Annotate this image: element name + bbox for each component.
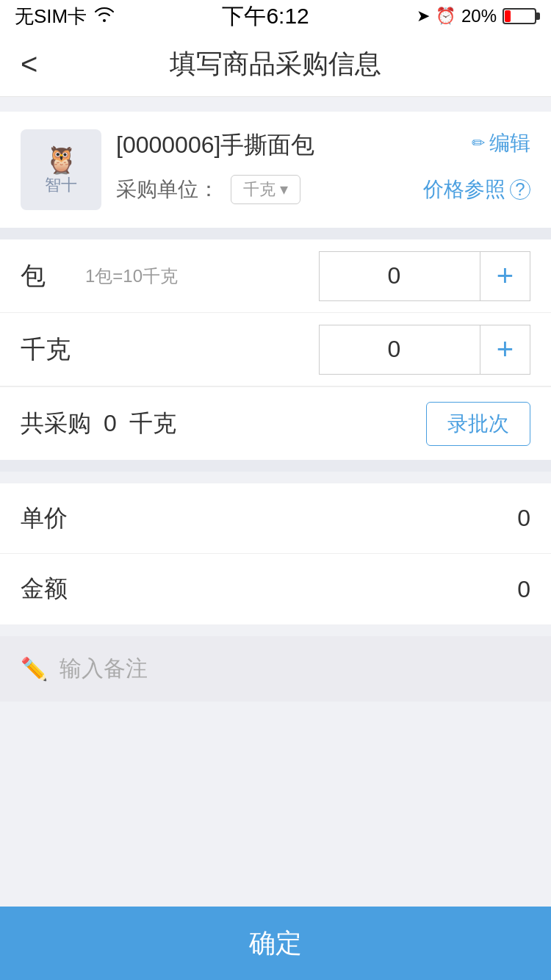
carrier-text: 无SIM卡 — [15, 4, 87, 29]
kg-label: 千克 — [21, 333, 79, 367]
nav-bar: < 填写商品采购信息 — [0, 32, 551, 97]
kg-input-row: 千克 + — [0, 313, 551, 386]
input-section: 包 1包=10千克 + 千克 + — [0, 239, 551, 386]
battery-percent: 20% — [461, 6, 497, 26]
confirm-button[interactable]: 确定 — [0, 907, 551, 980]
summary-row: 共采购 0 千克 录批次 — [0, 386, 551, 460]
unit-label: 采购单位： — [116, 176, 219, 203]
product-image: 🦉 智十 — [21, 129, 101, 210]
package-input-row: 包 1包=10千克 + — [0, 239, 551, 313]
product-logo: 🦉 智十 — [45, 144, 78, 195]
package-label: 包 — [21, 259, 79, 293]
unit-price-value: 0 — [517, 505, 530, 532]
price-ref-button[interactable]: 价格参照 ? — [423, 176, 530, 203]
location-icon: ➤ — [417, 7, 430, 26]
unit-select[interactable]: 千克 ▾ — [231, 175, 300, 204]
status-bar-left: 无SIM卡 — [15, 4, 115, 29]
amount-row: 金额 0 — [0, 554, 551, 624]
edit-button[interactable]: ✏ 编辑 — [472, 129, 530, 157]
section-divider-2 — [0, 460, 551, 472]
product-meta: 采购单位： 千克 ▾ 价格参照 ? — [116, 175, 530, 204]
battery-icon — [503, 8, 536, 24]
product-card: 🦉 智十 [0000006]手撕面包 采购单位： 千克 ▾ 价格参照 ? ✏ 编… — [0, 112, 551, 228]
page-title: 填写商品采购信息 — [170, 46, 381, 82]
unit-price-label: 单价 — [21, 502, 68, 535]
remark-placeholder: 输入备注 — [60, 654, 148, 684]
status-bar-right: ➤ ⏰ 20% — [417, 6, 536, 26]
kg-plus-button[interactable]: + — [480, 325, 530, 375]
wifi-icon — [94, 5, 115, 28]
amount-value: 0 — [517, 576, 530, 603]
back-button[interactable]: < — [21, 48, 37, 81]
package-input[interactable] — [319, 251, 480, 301]
pencil-icon: ✏️ — [21, 656, 48, 682]
amount-label: 金额 — [21, 573, 68, 605]
status-bar: 无SIM卡 下午6:12 ➤ ⏰ 20% — [0, 0, 551, 32]
product-info: [0000006]手撕面包 采购单位： 千克 ▾ 价格参照 ? — [116, 129, 530, 204]
section-divider-1 — [0, 228, 551, 239]
batch-button[interactable]: 录批次 — [426, 402, 530, 446]
product-name: [0000006]手撕面包 — [116, 129, 530, 162]
package-sublabel: 1包=10千克 — [85, 264, 178, 288]
unit-price-row: 单价 0 — [0, 483, 551, 554]
status-bar-time: 下午6:12 — [222, 1, 309, 32]
alarm-icon: ⏰ — [436, 7, 455, 26]
kg-input[interactable] — [319, 325, 480, 375]
kg-control: + — [319, 325, 530, 375]
package-control: + — [319, 251, 530, 301]
price-section: 单价 0 金额 0 — [0, 483, 551, 624]
summary-text: 共采购 0 千克 — [21, 408, 176, 440]
remark-section[interactable]: ✏️ 输入备注 — [0, 636, 551, 702]
package-plus-button[interactable]: + — [480, 251, 530, 301]
